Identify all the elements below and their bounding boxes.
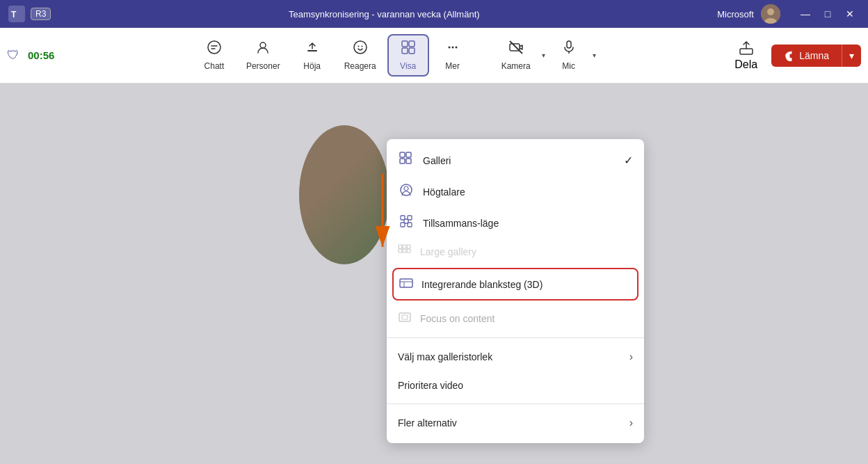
galleri-label: Galleri	[423, 155, 451, 166]
menu-item-large-gallery[interactable]: Large gallery	[387, 239, 644, 265]
reagera-button[interactable]: Reagera	[336, 35, 385, 75]
svg-rect-38	[407, 249, 410, 253]
personer-label: Personer	[246, 61, 280, 71]
mic-label: Mic	[562, 61, 575, 71]
toolbar: 🛡 00:56 Chatt Personer Höja	[0, 28, 868, 83]
svg-point-3	[767, 8, 774, 15]
svg-point-6	[260, 42, 266, 48]
visa-button[interactable]: Visa	[387, 34, 429, 77]
menu-item-galleri[interactable]: Galleri ✓	[387, 145, 644, 176]
mic-chevron-icon[interactable]: ▾	[593, 51, 596, 59]
teams-logo-icon: T	[8, 6, 25, 22]
mic-button[interactable]: Mic	[548, 35, 590, 75]
svg-point-9	[357, 46, 359, 47]
visa-label: Visa	[400, 61, 416, 71]
mic-icon	[561, 40, 577, 58]
annotation-arrow	[362, 174, 403, 260]
chatt-label: Chatt	[204, 61, 225, 71]
svg-rect-22	[400, 152, 405, 157]
more-alt-arrow-icon: ›	[629, 417, 633, 429]
svg-line-18	[510, 41, 522, 54]
leave-label: Lämna	[799, 50, 829, 61]
hoja-label: Höja	[303, 61, 321, 71]
max-gallery-arrow-icon: ›	[629, 351, 633, 363]
maximize-button[interactable]: □	[818, 4, 837, 24]
chatt-icon	[207, 40, 222, 58]
integrerande-icon	[399, 276, 413, 292]
title-bar: T R3 Teamsynkronisering - varannan vecka…	[0, 0, 868, 28]
dela-label: Dela	[734, 58, 757, 71]
personer-icon	[255, 40, 271, 58]
svg-point-17	[455, 47, 457, 49]
galleri-check-icon: ✓	[624, 154, 633, 167]
svg-rect-12	[409, 41, 415, 47]
svg-rect-24	[400, 159, 405, 163]
hogtalare-label: Högtalare	[423, 186, 465, 198]
svg-rect-25	[406, 159, 411, 163]
leave-button-group: Lämna ▾	[771, 45, 861, 67]
mer-label: Mer	[445, 61, 460, 71]
menu-item-focus: Focus on content	[387, 303, 644, 333]
toolbar-center: Chatt Personer Höja Reagera	[63, 34, 726, 77]
view-dropdown-menu: Galleri ✓ Högtalare Tillsammans-läge Lar…	[387, 139, 644, 443]
svg-rect-35	[407, 245, 410, 248]
phone-end-icon	[784, 50, 795, 61]
svg-point-10	[361, 46, 362, 47]
personer-button[interactable]: Personer	[238, 35, 289, 75]
title-bar-right: Microsoft — □ ✕	[717, 4, 860, 24]
menu-item-hogtalare[interactable]: Högtalare	[387, 176, 644, 207]
svg-rect-14	[409, 48, 415, 54]
focus-icon	[398, 310, 412, 326]
more-alt-label: Fler alternativ	[398, 417, 457, 429]
shield-icon: 🛡	[7, 48, 19, 63]
window-title: Teamsynkronisering - varannan vecka (All…	[289, 9, 480, 19]
svg-rect-7	[307, 50, 317, 51]
kamera-label: Kamera	[501, 61, 531, 71]
focus-label: Focus on content	[420, 313, 495, 324]
hoja-button[interactable]: Höja	[291, 35, 333, 75]
svg-rect-19	[567, 41, 571, 48]
svg-rect-43	[402, 315, 408, 319]
menu-item-prioritize[interactable]: Prioritera video	[387, 371, 644, 399]
svg-rect-39	[400, 279, 412, 287]
svg-rect-21	[740, 49, 753, 54]
svg-rect-11	[402, 41, 408, 47]
visa-icon	[401, 40, 416, 58]
minimize-button[interactable]: —	[796, 4, 815, 24]
close-button[interactable]: ✕	[840, 4, 860, 24]
menu-divider-1	[387, 337, 644, 338]
svg-rect-42	[399, 313, 410, 321]
leave-dropdown-button[interactable]: ▾	[842, 45, 861, 67]
reagera-label: Reagera	[344, 61, 376, 71]
prioritize-label: Prioritera video	[398, 380, 463, 391]
toolbar-left: 🛡 00:56	[7, 48, 63, 63]
reagera-icon	[353, 40, 368, 58]
max-gallery-label: Välj max galleristorlek	[398, 351, 492, 362]
menu-item-tillsammans[interactable]: Tillsammans-läge	[387, 207, 644, 239]
large-gallery-label: Large gallery	[420, 246, 476, 257]
menu-item-more-alt[interactable]: Fler alternativ ›	[387, 408, 644, 438]
call-timer: 00:56	[28, 49, 54, 61]
kamera-icon	[508, 40, 524, 58]
mer-button[interactable]: Mer	[432, 35, 474, 75]
toolbar-right: Dela Lämna ▾	[726, 36, 861, 75]
menu-divider-2	[387, 403, 644, 404]
svg-point-27	[404, 186, 408, 191]
kamera-button[interactable]: Kamera	[493, 35, 539, 75]
main-area: Galleri ✓ Högtalare Tillsammans-läge Lar…	[0, 83, 868, 464]
svg-point-16	[451, 47, 453, 49]
svg-rect-23	[406, 152, 411, 157]
dela-button[interactable]: Dela	[726, 36, 766, 75]
chatt-button[interactable]: Chatt	[193, 35, 235, 75]
menu-item-integrerande[interactable]: Integrerande blanksteg (3D)	[392, 268, 638, 301]
avatar[interactable]	[761, 4, 780, 24]
svg-point-15	[448, 47, 450, 49]
svg-point-5	[208, 41, 220, 54]
dela-icon	[739, 40, 754, 56]
kamera-chevron-icon[interactable]: ▾	[542, 51, 545, 59]
menu-item-max-gallery[interactable]: Välj max galleristorlek ›	[387, 342, 644, 371]
title-bar-left: T R3	[8, 6, 51, 22]
hoja-icon	[305, 40, 320, 58]
r3-badge: R3	[31, 8, 51, 20]
leave-button[interactable]: Lämna	[771, 45, 842, 67]
